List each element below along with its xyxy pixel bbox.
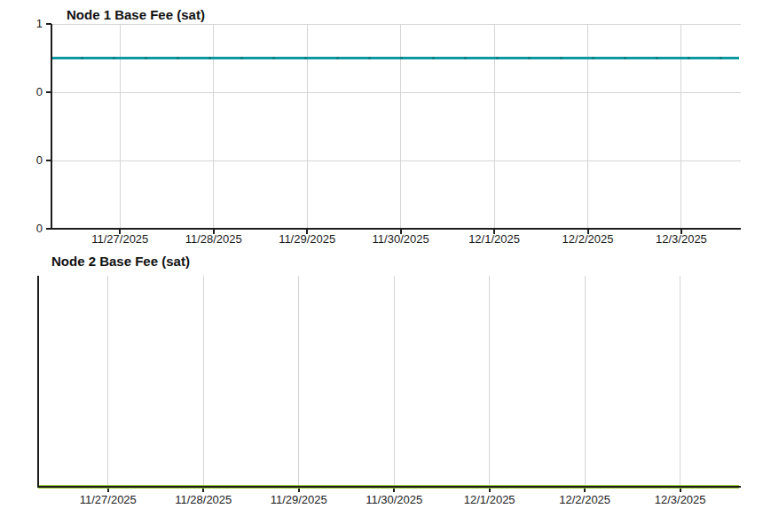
x-tick-label: 11/28/2025 xyxy=(163,494,243,506)
x-tick-label: 12/3/2025 xyxy=(641,494,720,506)
series-line xyxy=(38,485,739,489)
x-gridline xyxy=(489,276,490,487)
y-tick-mark xyxy=(46,91,51,93)
x-tick-label: 12/1/2025 xyxy=(454,233,534,246)
x-gridline xyxy=(585,276,586,487)
x-tick-label: 12/3/2025 xyxy=(641,233,721,246)
x-tick-mark xyxy=(400,229,402,234)
y-tick-label: 0 xyxy=(18,86,43,98)
node2-plot-area: 11/27/202511/28/202511/29/202511/30/2025… xyxy=(0,0,763,532)
x-gridline xyxy=(120,24,121,229)
x-gridline xyxy=(400,24,401,229)
x-tick-mark xyxy=(107,487,109,492)
x-tick-mark xyxy=(493,229,495,234)
x-tick-mark xyxy=(119,229,121,234)
y-tick-mark xyxy=(46,23,51,25)
x-tick-label: 12/2/2025 xyxy=(545,494,625,506)
x-tick-label: 11/27/2025 xyxy=(68,494,148,506)
x-gridline xyxy=(298,276,299,487)
x-tick-mark xyxy=(680,229,682,234)
node1-base-fee-chart: Node 1 Base Fee (sat) 11/27/202511/28/20… xyxy=(0,0,763,532)
node1-chart-title: Node 1 Base Fee (sat) xyxy=(67,7,205,22)
y-axis-line xyxy=(37,276,39,488)
x-gridline xyxy=(307,24,308,229)
y-gridline xyxy=(51,92,741,93)
y-tick-mark xyxy=(46,160,51,161)
y-tick-mark xyxy=(46,228,51,230)
x-tick-mark xyxy=(202,487,204,492)
x-gridline xyxy=(494,24,495,229)
y-gridline xyxy=(51,24,741,25)
x-tick-mark xyxy=(587,229,589,234)
x-axis-line xyxy=(51,228,741,230)
y-gridline xyxy=(51,229,741,230)
series-line xyxy=(51,57,739,59)
x-axis-line xyxy=(37,486,741,488)
x-tick-mark xyxy=(489,487,491,492)
y-axis-line xyxy=(51,24,52,230)
base-fee-charts-screen: Node 1 Base Fee (sat) 11/27/202511/28/20… xyxy=(0,0,763,532)
y-tick-label: 0 xyxy=(18,223,43,235)
y-tick-label: 1 xyxy=(18,18,43,30)
x-tick-mark xyxy=(298,487,300,492)
x-gridline xyxy=(213,24,214,229)
node2-chart-title: Node 2 Base Fee (sat) xyxy=(51,254,190,269)
x-tick-label: 11/27/2025 xyxy=(80,233,160,246)
x-tick-label: 11/30/2025 xyxy=(354,494,434,506)
x-tick-mark xyxy=(306,229,308,234)
y-gridline xyxy=(51,160,741,161)
x-gridline xyxy=(587,24,588,229)
x-gridline xyxy=(203,276,204,487)
node2-base-fee-chart: Node 2 Base Fee (sat) 11/27/202511/28/20… xyxy=(0,0,763,532)
x-gridline xyxy=(394,276,395,487)
x-tick-label: 11/29/2025 xyxy=(259,494,339,506)
x-tick-mark xyxy=(584,487,586,492)
x-tick-mark xyxy=(680,487,681,492)
x-tick-label: 12/2/2025 xyxy=(548,233,628,246)
x-tick-label: 11/29/2025 xyxy=(267,233,347,246)
y-tick-label: 0 xyxy=(18,154,43,167)
x-gridline xyxy=(680,24,681,229)
node1-plot-area: 11/27/202511/28/202511/29/202511/30/2025… xyxy=(0,0,763,532)
x-gridline xyxy=(680,276,680,487)
x-gridline xyxy=(107,276,108,487)
x-tick-mark xyxy=(213,229,215,234)
x-tick-label: 12/1/2025 xyxy=(450,494,530,506)
x-tick-mark xyxy=(393,487,395,492)
x-tick-label: 11/28/2025 xyxy=(174,233,254,246)
x-tick-label: 11/30/2025 xyxy=(361,233,441,246)
